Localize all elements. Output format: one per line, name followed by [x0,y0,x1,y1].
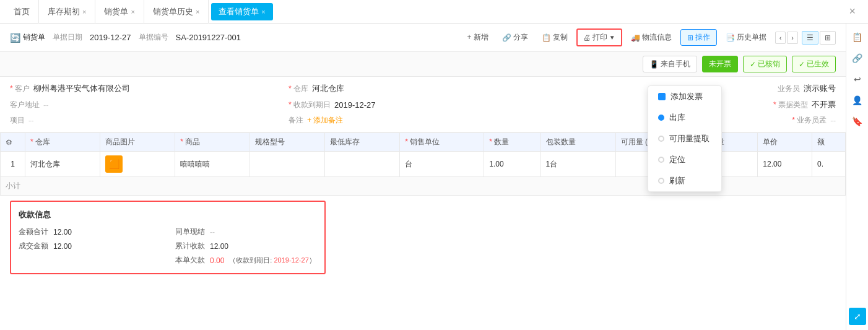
print-dropdown-arrow[interactable]: ▼ [609,34,615,41]
sidebar-icon-5[interactable]: 🔖 [849,113,866,130]
tab-home[interactable]: 首页 [5,0,39,24]
col-settings[interactable]: ⚙ [1,133,25,152]
row-warehouse: 河北仓库 [30,160,60,168]
cumulative-label: 累计收款 [175,241,205,251]
history-button[interactable]: 📑 历史单据 [721,30,771,45]
next-button[interactable]: › [787,32,798,44]
arrears-label: 本单欠款 [175,255,205,266]
payment-same-order: 同单现结 -- [175,227,317,237]
grid-view-button[interactable]: ⊞ [820,31,836,45]
product-thumbnail: 🟧 [105,155,123,173]
tab-inventory-close[interactable]: × [82,8,86,15]
total-value: 12.00 [53,228,72,237]
col-product-image: 商品图片 [100,133,175,152]
share-icon: 🔗 [502,33,511,42]
tab-check-sales[interactable]: 查看销货单 × [211,3,272,20]
dropdown-menu: 添加发票 出库 可用量提取 定位 刷新 [648,85,722,192]
row-sales-unit: 台 [405,160,412,168]
col-warehouse: * 仓库 [25,133,100,152]
payment-cumulative: 累计收款 12.00 [175,241,317,251]
add-note-button[interactable]: + 添加备注 [307,115,343,126]
col-min-stock: 最低库存 [325,133,400,152]
customer-label: * 客户 [10,84,30,94]
tab-sales-history[interactable]: 销货单历史 × [144,0,209,24]
customer-value: 柳州粤港平安气体有限公司 [33,83,130,94]
due-date-field: * 收款到期日 2019-12-27 [289,100,557,110]
print-button[interactable]: 🖨 打印 ▼ [578,30,620,45]
menu-item-add-invoice[interactable]: 添加发票 [648,86,721,107]
tab-check-sales-close[interactable]: × [261,8,265,15]
warehouse-label: * 仓库 [289,84,308,94]
menu-item-outbound[interactable]: 出库 [648,107,721,128]
col-product: * 商品 [175,133,250,152]
ticket-type-label: * 票据类型 [773,100,808,110]
copy-icon: 📋 [542,33,551,42]
customer-field: * 客户 柳州粤港平安气体有限公司 [10,83,279,94]
sales-staff-value: -- [830,116,836,125]
due-date-label: * 收款到期日 [289,100,331,110]
transaction-value: 12.00 [53,242,72,251]
effective-button[interactable]: ✓ 已生效 [792,56,836,72]
sidebar-icon-3[interactable]: ↩ [849,71,866,88]
total-label: 金额合计 [19,227,48,237]
payment-total: 金额合计 12.00 [19,227,160,237]
checkbox-icon [658,93,666,100]
sidebar-icon-1[interactable]: 📋 [849,28,866,46]
note-field: 备注 + 添加备注 [289,115,557,126]
menu-item-available[interactable]: 可用量提取 [648,128,721,149]
radio-empty-icon-3 [658,178,664,184]
new-button[interactable]: + 新增 [462,30,493,45]
from-phone-button[interactable]: 📱 来自手机 [643,56,697,72]
menu-item-refresh[interactable]: 刷新 [648,170,721,191]
cumulative-value: 12.00 [210,242,228,251]
warehouse-value: 河北仓库 [312,83,344,94]
project-field: 项目 -- [10,115,279,126]
tab-sales-close[interactable]: × [131,8,134,15]
not-open-button[interactable]: 未开票 [702,56,738,72]
note-label: 备注 [289,115,303,126]
share-button[interactable]: 🔗 分享 [497,30,533,45]
phone-icon: 📱 [649,60,659,69]
same-order-value: -- [210,228,215,237]
tab-sales[interactable]: 销货单 × [95,0,144,24]
staff-value: 演示账号 [804,83,836,94]
prev-button[interactable]: ‹ [775,32,786,44]
tab-sales-history-close[interactable]: × [196,8,199,15]
right-sidebar: 📋 🔗 ↩ 👤 🔖 ⤢ [846,24,868,330]
view-toggle: ☰ ⊞ [802,31,836,45]
transaction-label: 成交金额 [19,241,48,251]
row-pack-qty: 1台 [546,160,558,168]
ticket-type-value: 不开票 [812,99,836,110]
check-icon: ✓ [750,60,756,69]
radio-empty-icon-2 [658,157,664,163]
col-spec: 规格型号 [250,133,325,152]
operate-button[interactable]: ⊞ 操作 [680,29,717,46]
address-value: -- [43,100,49,110]
tab-bar: 首页 库存期初 × 销货单 × 销货单历史 × 查看销货单 × × [0,0,868,24]
copy-button[interactable]: 📋 复制 [537,30,573,45]
doc-header: 🔄 销货单 单据日期 2019-12-27 单据编号 SA-20191227-0… [0,24,846,52]
settings-icon: ⚙ [6,138,12,147]
logistics-button[interactable]: 🚚 物流信息 [626,30,677,45]
address-label: 客户地址 [10,100,40,110]
sidebar-icon-2[interactable]: 🔗 [849,50,866,67]
confirmed-button[interactable]: ✓ 已核销 [743,56,787,72]
sidebar-icon-expand[interactable]: ⤢ [849,308,866,325]
menu-item-locate[interactable]: 定位 [648,149,721,170]
date-value: 2019-12-27 [90,33,131,42]
sidebar-icon-4[interactable]: 👤 [849,92,866,109]
radio-filled-icon [658,115,664,121]
global-close[interactable]: × [841,5,863,18]
col-unit-price: 单价 [758,133,812,152]
radio-empty-icon [658,136,664,142]
payment-title: 收款信息 [19,209,317,220]
row-product: 嘻嘻嘻嘻 [180,160,210,168]
number-value: SA-20191227-001 [176,33,241,42]
row-unit-price: 12.00 [763,160,781,168]
number-label: 单据编号 [139,32,168,43]
staff-label: 业务员 [778,84,800,94]
history-icon: 📑 [726,33,735,42]
due-date-value: 2019-12-27 [334,100,376,110]
tab-inventory[interactable]: 库存期初 × [39,0,95,24]
list-view-button[interactable]: ☰ [802,31,818,45]
